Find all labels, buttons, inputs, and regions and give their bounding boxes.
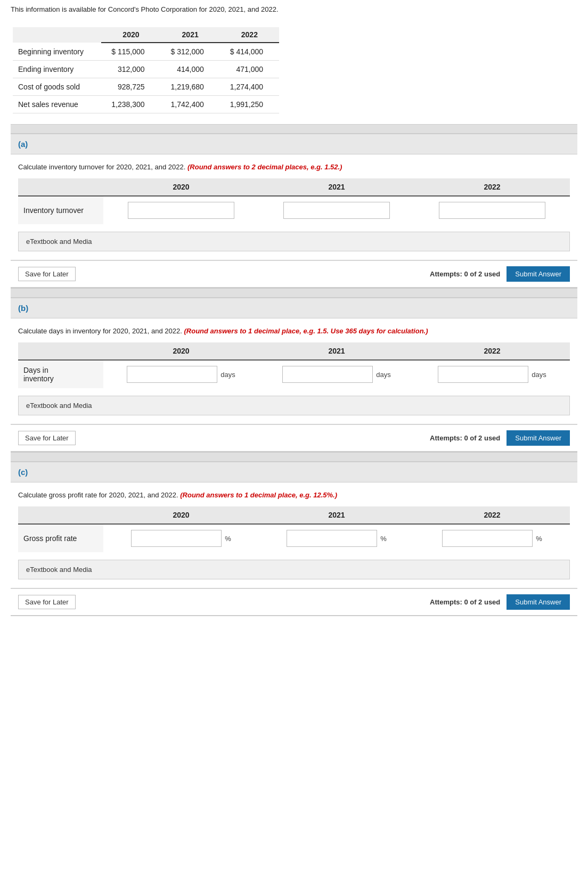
answer-col-2021-b: 2021 [259, 342, 414, 360]
section-a-submit-area: Attempts: 0 of 2 used Submit Answer [430, 266, 570, 282]
col-header-2021: 2021 [161, 27, 220, 43]
beginning-inventory-2021: $ 312,000 [161, 43, 220, 61]
intro-text: This information is available for Concor… [11, 5, 577, 13]
days-in-inventory-row: Days in inventory days days [18, 360, 570, 388]
section-c: (c) Calculate gross profit rate for 2020… [11, 462, 577, 616]
inventory-turnover-2022-cell [414, 196, 570, 224]
section-a-instruction-italic: (Round answers to 2 decimal places, e.g.… [187, 163, 342, 171]
gross-profit-2022-group: % [442, 530, 542, 547]
section-a-submit-button[interactable]: Submit Answer [507, 266, 570, 282]
section-b-instruction-italic: (Round answers to 1 decimal place, e.g. … [184, 327, 428, 335]
days-inventory-2021-group: days [282, 366, 390, 383]
inventory-turnover-row: Inventory turnover [18, 196, 570, 224]
table-row: Beginning inventory $ 115,000 $ 312,000 … [13, 43, 279, 61]
section-a-answer-table: 2020 2021 2022 Inventory turnover [18, 178, 570, 224]
section-b-submit-area: Attempts: 0 of 2 used Submit Answer [430, 430, 570, 446]
days-unit-2021: days [376, 371, 390, 379]
section-a: (a) Calculate inventory turnover for 202… [11, 134, 577, 288]
days-inventory-2021-cell: days [259, 360, 414, 388]
row-label-net-sales: Net sales revenue [13, 96, 101, 113]
section-b-header: (b) [11, 298, 577, 318]
table-row: Net sales revenue 1,238,300 1,742,400 1,… [13, 96, 279, 113]
section-b-submit-button[interactable]: Submit Answer [507, 430, 570, 446]
net-sales-2020: 1,238,300 [101, 96, 160, 113]
beginning-inventory-2022: $ 414,000 [220, 43, 279, 61]
ending-inventory-2021: 414,000 [161, 61, 220, 78]
answer-col-2022-a: 2022 [414, 178, 570, 196]
answer-col-2021-c: 2021 [259, 506, 414, 524]
percent-unit-2021: % [380, 535, 387, 543]
section-c-submit-area: Attempts: 0 of 2 used Submit Answer [430, 594, 570, 610]
answer-col-2020-a: 2020 [103, 178, 259, 196]
col-header-2020: 2020 [101, 27, 160, 43]
row-label-ending-inventory: Ending inventory [13, 61, 101, 78]
section-b-footer: Save for Later Attempts: 0 of 2 used Sub… [11, 424, 577, 452]
answer-col-2021-a: 2021 [259, 178, 414, 196]
gross-profit-2020-cell: % [103, 524, 259, 552]
days-inventory-2021-input[interactable] [282, 366, 373, 383]
days-unit-2022: days [532, 371, 546, 379]
inventory-turnover-2022-input[interactable] [439, 202, 545, 219]
net-sales-2022: 1,991,250 [220, 96, 279, 113]
percent-unit-2020: % [225, 535, 231, 543]
inventory-turnover-2020-input[interactable] [128, 202, 234, 219]
section-c-answer-table: 2020 2021 2022 Gross profit rate % [18, 506, 570, 552]
section-c-instruction-italic: (Round answers to 1 decimal place, e.g. … [180, 491, 337, 499]
ending-inventory-2020: 312,000 [101, 61, 160, 78]
section-c-submit-button[interactable]: Submit Answer [507, 594, 570, 610]
answer-col-2020-b: 2020 [103, 342, 259, 360]
section-c-header: (c) [11, 462, 577, 482]
answer-col-empty [18, 178, 103, 196]
data-table: 2020 2021 2022 Beginning inventory $ 115… [13, 27, 279, 113]
answer-col-2022-c: 2022 [414, 506, 570, 524]
section-b-save-button[interactable]: Save for Later [18, 431, 76, 445]
section-c-etextbook: eTextbook and Media [18, 560, 570, 579]
section-c-instruction: Calculate gross profit rate for 2020, 20… [18, 491, 570, 499]
gross-profit-2022-input[interactable] [442, 530, 533, 547]
answer-col-empty-c [18, 506, 103, 524]
col-header-2022: 2022 [220, 27, 279, 43]
answer-col-empty-b [18, 342, 103, 360]
days-inventory-2020-group: days [127, 366, 235, 383]
inventory-turnover-label: Inventory turnover [18, 196, 103, 224]
section-b-etextbook: eTextbook and Media [18, 396, 570, 415]
answer-col-2020-c: 2020 [103, 506, 259, 524]
inventory-turnover-2021-input[interactable] [283, 202, 390, 219]
cogs-2022: 1,274,400 [220, 78, 279, 96]
section-divider [11, 124, 577, 134]
percent-unit-2022: % [536, 535, 542, 543]
days-in-inventory-label: Days in inventory [18, 360, 103, 388]
days-inventory-2020-input[interactable] [127, 366, 217, 383]
inventory-turnover-2021-cell [259, 196, 414, 224]
gross-profit-rate-row: Gross profit rate % % [18, 524, 570, 552]
section-a-instruction: Calculate inventory turnover for 2020, 2… [18, 163, 570, 171]
row-label-beginning-inventory: Beginning inventory [13, 43, 101, 61]
col-header-empty [13, 27, 101, 43]
cogs-2021: 1,219,680 [161, 78, 220, 96]
section-a-attempts: Attempts: 0 of 2 used [430, 270, 500, 278]
row-label-cogs: Cost of goods sold [13, 78, 101, 96]
section-a-save-button[interactable]: Save for Later [18, 267, 76, 281]
gross-profit-2020-group: % [131, 530, 231, 547]
section-a-header: (a) [11, 134, 577, 154]
section-a-content: Calculate inventory turnover for 2020, 2… [11, 154, 577, 260]
gross-profit-2021-cell: % [259, 524, 414, 552]
section-c-save-button[interactable]: Save for Later [18, 595, 76, 609]
beginning-inventory-2020: $ 115,000 [101, 43, 160, 61]
section-c-label: (c) [18, 468, 28, 477]
section-divider-3 [11, 452, 577, 462]
days-inventory-2022-cell: days [414, 360, 570, 388]
section-divider-2 [11, 288, 577, 298]
net-sales-2021: 1,742,400 [161, 96, 220, 113]
section-a-footer: Save for Later Attempts: 0 of 2 used Sub… [11, 260, 577, 288]
section-b-answer-table: 2020 2021 2022 Days in inventory days [18, 342, 570, 388]
section-a-label: (a) [18, 140, 28, 149]
table-row: Cost of goods sold 928,725 1,219,680 1,2… [13, 78, 279, 96]
section-c-content: Calculate gross profit rate for 2020, 20… [11, 482, 577, 588]
section-b: (b) Calculate days in inventory for 2020… [11, 298, 577, 452]
gross-profit-2021-input[interactable] [287, 530, 377, 547]
section-b-content: Calculate days in inventory for 2020, 20… [11, 318, 577, 424]
days-inventory-2022-input[interactable] [438, 366, 528, 383]
gross-profit-2020-input[interactable] [131, 530, 222, 547]
ending-inventory-2022: 471,000 [220, 61, 279, 78]
